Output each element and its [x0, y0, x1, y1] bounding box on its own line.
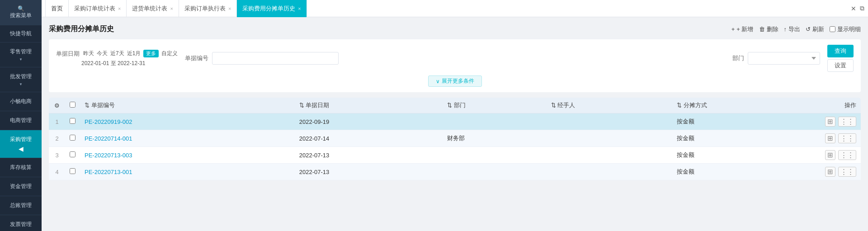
shortcut-7days[interactable]: 近7天	[110, 50, 124, 57]
sidebar-item-finance[interactable]: 资金管理	[0, 177, 42, 196]
row-handler-3	[547, 147, 672, 164]
tab-purchase-order-exec[interactable]: 采购订单执行表 ×	[179, 0, 237, 17]
row-actions-1: ⊞ ⋮⋮	[821, 113, 861, 130]
tab-stock-stat[interactable]: 进货单统计表 ×	[127, 0, 179, 17]
th-doc-date-sort-icon[interactable]: ⇅	[299, 102, 304, 108]
close-tab-stock-stat-icon[interactable]: ×	[170, 6, 173, 11]
edit-icon-1[interactable]: ⋮⋮	[838, 117, 856, 127]
th-dept-sort-icon[interactable]: ⇅	[447, 102, 452, 108]
add-button[interactable]: + + 新增	[731, 25, 754, 33]
row-dept-4	[443, 164, 546, 180]
sidebar-item-retail[interactable]: 零售管理 ▼	[0, 42, 42, 67]
settings-icon[interactable]: ⚙	[54, 102, 60, 109]
settings-button[interactable]: 设置	[827, 59, 854, 72]
tab-home[interactable]: 首页	[45, 0, 69, 17]
view-icon-4[interactable]: ⊞	[825, 167, 835, 177]
date-range-row: 2022-01-01 至 2022-12-31	[56, 60, 178, 67]
shortcut-yesterday[interactable]: 昨天	[83, 50, 94, 57]
th-doc-date-label: 单据日期	[306, 102, 329, 108]
date-filter-group: 单据日期 昨天 今天 近7天 近1月 更多 自定义 2022-01-01 至 2…	[56, 50, 178, 67]
doc-num-link-2[interactable]: PE-20220714-001	[85, 135, 132, 142]
tab-cost-alloc-history[interactable]: 采购费用分摊单历史 ×	[237, 0, 307, 17]
delete-button[interactable]: 🗑 删除	[759, 25, 778, 33]
sidebar: 🔍 搜索菜单 快捷导航 零售管理 ▼ 批发管理 ▼ 小畅电商 电商管理 采购管理…	[0, 0, 42, 231]
edit-icon-3[interactable]: ⋮⋮	[838, 150, 856, 160]
sidebar-item-ecommerce[interactable]: 电商管理	[0, 111, 42, 130]
row-select-checkbox-2[interactable]	[70, 135, 75, 141]
close-tab-purchase-order-exec-icon[interactable]: ×	[228, 6, 231, 11]
edit-icon-2[interactable]: ⋮⋮	[838, 133, 856, 143]
shortcut-today[interactable]: 今天	[97, 50, 108, 57]
row-num-3: 3	[49, 147, 65, 164]
doc-num-input[interactable]	[212, 52, 339, 65]
th-settings[interactable]: ⚙	[49, 98, 65, 113]
view-icon-3[interactable]: ⊞	[825, 150, 835, 160]
row-dept-1	[443, 113, 546, 130]
refresh-button[interactable]: ↺ 刷新	[806, 25, 824, 33]
sidebar-item-ledger[interactable]: 总账管理	[0, 196, 42, 215]
expand-label: 展开更多条件	[442, 77, 474, 85]
shortcut-more[interactable]: 更多	[143, 50, 159, 57]
shortcut-1month[interactable]: 近1月	[127, 50, 141, 57]
row-actions-3: ⊞ ⋮⋮	[821, 147, 861, 164]
th-alloc-sort-icon[interactable]: ⇅	[677, 102, 682, 108]
expand-icon: ∨	[436, 78, 440, 85]
query-button[interactable]: 查询	[827, 45, 854, 57]
table-row: 1 PE-20220919-002 2022-09-19 按金额 ⊞ ⋮⋮	[49, 113, 861, 130]
row-select-checkbox-1[interactable]	[70, 118, 75, 124]
table-header: ⚙ ⇅ 单据编号 ⇅ 单据日期	[49, 98, 861, 113]
sidebar-item-purchase[interactable]: 采购管理 ◀	[0, 130, 42, 158]
tab-purchase-order-exec-label: 采购订单执行表	[184, 5, 226, 13]
sidebar-item-quicknav[interactable]: 快捷导航	[0, 25, 42, 42]
row-select-checkbox-3[interactable]	[70, 151, 75, 157]
page-content: 采购费用分摊单历史 + + 新增 🗑 删除 ↑ 导出 ↺ 刷新	[42, 17, 868, 231]
shortcut-custom[interactable]: 自定义	[161, 50, 178, 57]
close-tab-cost-alloc-history-icon[interactable]: ×	[298, 6, 301, 11]
sidebar-item-wholesale[interactable]: 批发管理 ▼	[0, 67, 42, 92]
close-tab-purchase-order-stat-icon[interactable]: ×	[118, 6, 121, 11]
row-checkbox-3[interactable]	[65, 147, 80, 164]
action-icons-1: ⊞ ⋮⋮	[825, 117, 856, 127]
show-columns-checkbox[interactable]	[830, 26, 835, 32]
select-all-checkbox[interactable]	[70, 102, 75, 108]
th-doc-num-sort-icon[interactable]: ⇅	[85, 102, 90, 108]
view-icon-2[interactable]: ⊞	[825, 133, 835, 143]
tab-purchase-order-stat[interactable]: 采购订单统计表 ×	[69, 0, 127, 17]
row-checkbox-4[interactable]	[65, 164, 80, 180]
dept-select[interactable]: 财务部	[748, 52, 820, 65]
row-num-1: 1	[49, 113, 65, 130]
sidebar-item-search[interactable]: 🔍 搜索菜单	[0, 0, 42, 25]
show-columns-toggle[interactable]: 显示明细	[830, 25, 861, 33]
close-window-icon[interactable]: ✕	[851, 5, 856, 12]
row-checkbox-1[interactable]	[65, 113, 80, 130]
sidebar-wholesale-label: 批发管理	[10, 73, 32, 80]
date-filter-label: 单据日期	[56, 50, 80, 58]
row-checkbox-2[interactable]	[65, 130, 80, 147]
export-button[interactable]: ↑ 导出	[784, 25, 801, 33]
row-select-checkbox-4[interactable]	[70, 168, 75, 174]
doc-num-link-3[interactable]: PE-20220713-003	[85, 152, 132, 159]
doc-num-link-4[interactable]: PE-20220713-001	[85, 169, 132, 175]
row-doc-date-2: 2022-07-14	[295, 130, 443, 147]
action-icons-4: ⊞ ⋮⋮	[825, 167, 856, 177]
refresh-label: 刷新	[812, 25, 824, 33]
th-alloc-method: ⇅ 分摊方式	[672, 98, 821, 113]
row-alloc-method-1: 按金额	[672, 113, 821, 130]
date-range-display: 2022-01-01 至 2022-12-31	[81, 60, 145, 67]
expand-filter-button[interactable]: ∨ 展开更多条件	[428, 75, 482, 87]
filter-expand-row: ∨ 展开更多条件	[56, 75, 854, 87]
maximize-window-icon[interactable]: ⧉	[860, 5, 864, 12]
th-checkbox	[65, 98, 80, 113]
sidebar-retail-label: 零售管理	[10, 48, 32, 56]
view-icon-1[interactable]: ⊞	[825, 117, 835, 127]
sidebar-item-invoice[interactable]: 发票管理	[0, 215, 42, 231]
sidebar-item-inventory[interactable]: 库存核算	[0, 158, 42, 177]
doc-num-link-1[interactable]: PE-20220919-002	[85, 118, 132, 125]
row-doc-num-2: PE-20220714-001	[80, 130, 295, 147]
export-label: 导出	[788, 25, 800, 33]
table-row: 4 PE-20220713-001 2022-07-13 按金额 ⊞ ⋮⋮	[49, 164, 861, 180]
table: ⚙ ⇅ 单据编号 ⇅ 单据日期	[49, 98, 861, 180]
edit-icon-4[interactable]: ⋮⋮	[838, 167, 856, 177]
sidebar-item-ecommerce-small[interactable]: 小畅电商	[0, 92, 42, 111]
th-handler-sort-icon[interactable]: ⇅	[551, 102, 556, 108]
